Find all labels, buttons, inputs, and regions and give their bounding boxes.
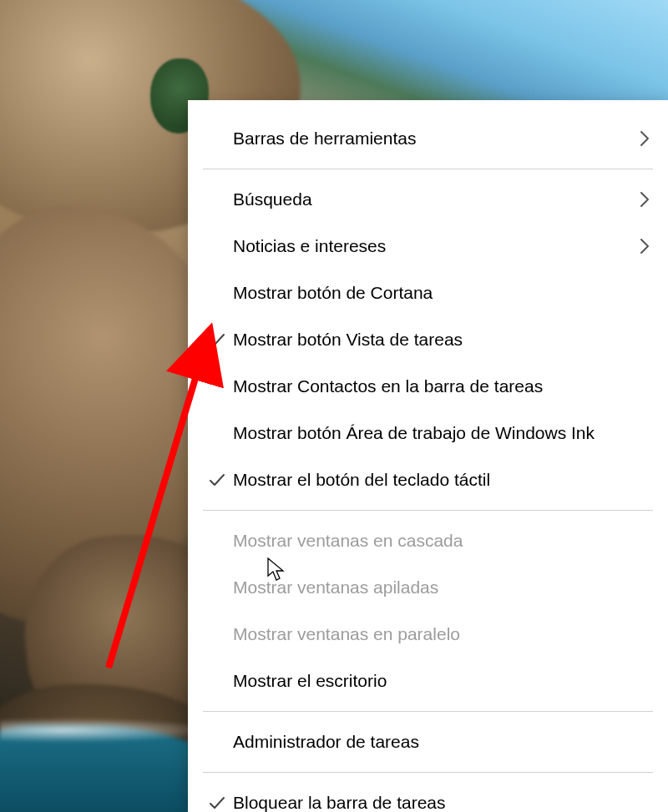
check-icon: [201, 794, 233, 812]
menu-item-lock-taskbar[interactable]: Bloquear la barra de tareas: [188, 779, 668, 812]
menu-item-stacked: Mostrar ventanas apiladas: [188, 564, 668, 611]
check-icon: [201, 471, 233, 489]
menu-item-label: Mostrar botón de Cortana: [233, 283, 631, 303]
menu-item-news[interactable]: Noticias e intereses: [188, 223, 668, 270]
desktop-background: Barras de herramientas Búsqueda Noticias…: [0, 0, 668, 812]
menu-item-side-by-side: Mostrar ventanas en paralelo: [188, 611, 668, 658]
menu-item-label: Búsqueda: [233, 189, 631, 209]
menu-item-label: Bloquear la barra de tareas: [233, 793, 631, 812]
separator: [203, 169, 653, 169]
chevron-right-icon: [631, 238, 650, 255]
menu-item-show-desktop[interactable]: Mostrar el escritorio: [188, 658, 668, 704]
menu-item-task-manager[interactable]: Administrador de tareas: [188, 719, 668, 765]
chevron-right-icon: [631, 130, 650, 147]
separator: [203, 711, 653, 712]
menu-item-ink[interactable]: Mostrar botón Área de trabajo de Windows…: [188, 410, 668, 456]
menu-item-label: Barras de herramientas: [233, 129, 631, 149]
menu-item-label: Mostrar Contactos en la barra de tareas: [233, 376, 631, 396]
menu-item-label: Mostrar ventanas apiladas: [233, 577, 631, 598]
menu-item-label: Mostrar ventanas en cascada: [233, 531, 631, 551]
menu-item-touch-keyboard[interactable]: Mostrar el botón del teclado táctil: [188, 456, 668, 503]
check-icon: [201, 330, 233, 349]
menu-item-label: Administrador de tareas: [233, 732, 631, 752]
chevron-right-icon: [631, 191, 650, 208]
menu-item-label: Mostrar el botón del teclado táctil: [233, 470, 631, 490]
menu-item-search[interactable]: Búsqueda: [188, 176, 668, 223]
menu-item-task-view[interactable]: Mostrar botón Vista de tareas: [188, 316, 668, 363]
menu-item-label: Mostrar botón Vista de tareas: [233, 330, 631, 350]
separator: [203, 510, 653, 511]
menu-item-people[interactable]: Mostrar Contactos en la barra de tareas: [188, 363, 668, 410]
menu-item-label: Mostrar botón Área de trabajo de Windows…: [233, 423, 631, 443]
menu-item-toolbars[interactable]: Barras de herramientas: [188, 115, 668, 162]
menu-item-label: Mostrar el escritorio: [233, 671, 631, 691]
menu-item-cascade: Mostrar ventanas en cascada: [188, 517, 668, 564]
separator: [203, 772, 653, 773]
menu-item-label: Mostrar ventanas en paralelo: [233, 624, 631, 644]
taskbar-context-menu: Barras de herramientas Búsqueda Noticias…: [188, 100, 668, 812]
menu-item-label: Noticias e intereses: [233, 236, 631, 256]
menu-item-cortana[interactable]: Mostrar botón de Cortana: [188, 270, 668, 316]
